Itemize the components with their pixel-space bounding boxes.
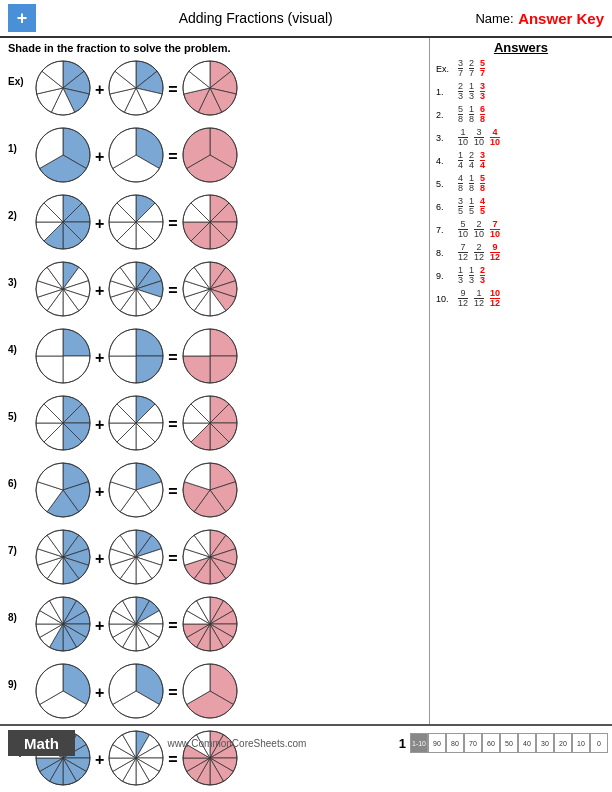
fraction: 310: [474, 128, 484, 147]
denominator: 3: [458, 275, 463, 285]
answer-row: 2.581868: [436, 105, 606, 124]
page-number: 1: [399, 736, 406, 751]
answer-row-label: 1.: [436, 87, 458, 97]
addend1-circle: [34, 327, 92, 389]
fraction: 1012: [490, 289, 500, 308]
problem-row: 8)+=: [8, 594, 421, 658]
fraction: 27: [469, 59, 474, 78]
score-box: 30: [536, 733, 554, 753]
denominator: 4: [458, 160, 463, 170]
equals-sign: =: [168, 550, 177, 568]
plus-sign: +: [95, 81, 104, 99]
denominator: 3: [458, 91, 463, 101]
numerator: 6: [480, 105, 485, 114]
numerator: 10: [490, 289, 500, 298]
addend2-circle: [107, 662, 165, 724]
result-circle: [181, 662, 239, 724]
equals-sign: =: [168, 751, 177, 769]
addend1-circle: [34, 461, 92, 523]
answer-row: 10.9121121012: [436, 289, 606, 308]
numerator: 1: [461, 128, 466, 137]
plus-sign: +: [95, 483, 104, 501]
denominator: 10: [458, 229, 468, 239]
denominator: 10: [490, 137, 500, 147]
numerator: 2: [458, 82, 463, 91]
numerator: 4: [493, 128, 498, 137]
denominator: 10: [458, 137, 468, 147]
score-box: 60: [482, 733, 500, 753]
answer-row: 3.110310410: [436, 128, 606, 147]
answer-row-label: 4.: [436, 156, 458, 166]
problem-label: 6): [8, 460, 34, 489]
plus-sign: +: [95, 684, 104, 702]
result-circle: [181, 394, 239, 456]
problem-label: 3): [8, 259, 34, 288]
plus-sign: +: [95, 215, 104, 233]
numerator: 3: [458, 197, 463, 206]
numerator: 1: [469, 82, 474, 91]
problem-label: 1): [8, 125, 34, 154]
addend2-circle: [107, 193, 165, 255]
equals-sign: =: [168, 483, 177, 501]
denominator: 10: [474, 229, 484, 239]
addend2-circle: [107, 461, 165, 523]
score-box: 90: [428, 733, 446, 753]
equals-sign: =: [168, 349, 177, 367]
denominator: 8: [469, 114, 474, 124]
fraction: 14: [458, 151, 463, 170]
problem-row: Ex)+=: [8, 58, 421, 122]
numerator: 5: [480, 59, 485, 68]
answer-key-label: Answer Key: [518, 10, 604, 27]
fraction: 24: [469, 151, 474, 170]
fraction: 13: [469, 266, 474, 285]
denominator: 8: [458, 114, 463, 124]
page: + Adding Fractions (visual) Name: Answer…: [0, 0, 612, 792]
problem-label: Ex): [8, 58, 34, 87]
denominator: 3: [480, 275, 485, 285]
numerator: 3: [458, 59, 463, 68]
numerator: 3: [480, 151, 485, 160]
fraction: 33: [480, 82, 485, 101]
numerator: 3: [477, 128, 482, 137]
result-circle: [181, 327, 239, 389]
fraction: 410: [490, 128, 500, 147]
denominator: 4: [480, 160, 485, 170]
problem-row: 6)+=: [8, 460, 421, 524]
fraction: 57: [480, 59, 485, 78]
denominator: 3: [480, 91, 485, 101]
score-box: 70: [464, 733, 482, 753]
score-box: 80: [446, 733, 464, 753]
fraction: 37: [458, 59, 463, 78]
result-circle: [181, 260, 239, 322]
equals-sign: =: [168, 684, 177, 702]
answer-row-label: Ex.: [436, 64, 458, 74]
fraction: 212: [474, 243, 484, 262]
denominator: 10: [474, 137, 484, 147]
denominator: 5: [458, 206, 463, 216]
problems-area: Shade in the fraction to solve the probl…: [0, 38, 430, 724]
fraction: 912: [458, 289, 468, 308]
problem-row: 4)+=: [8, 326, 421, 390]
fraction: 23: [458, 82, 463, 101]
answer-row: 5.481858: [436, 174, 606, 193]
footer-url: www.CommonCoreSheets.com: [75, 738, 399, 749]
problem-row: 5)+=: [8, 393, 421, 457]
addend1-circle: [34, 193, 92, 255]
score-box: 0: [590, 733, 608, 753]
math-label-box: Math: [8, 730, 75, 756]
problem-label: 7): [8, 527, 34, 556]
plus-sign: +: [95, 550, 104, 568]
score-boxes: 1-109080706050403020100: [410, 733, 608, 753]
answer-row: 7.510210710: [436, 220, 606, 239]
denominator: 8: [480, 114, 485, 124]
plus-sign: +: [95, 349, 104, 367]
result-circle: [181, 528, 239, 590]
addend2-circle: [107, 126, 165, 188]
numerator: 2: [469, 59, 474, 68]
problem-row: 9)+=: [8, 661, 421, 725]
numerator: 1: [469, 105, 474, 114]
result-circle: [181, 59, 239, 121]
numerator: 2: [469, 151, 474, 160]
fraction: 13: [469, 82, 474, 101]
denominator: 8: [458, 183, 463, 193]
